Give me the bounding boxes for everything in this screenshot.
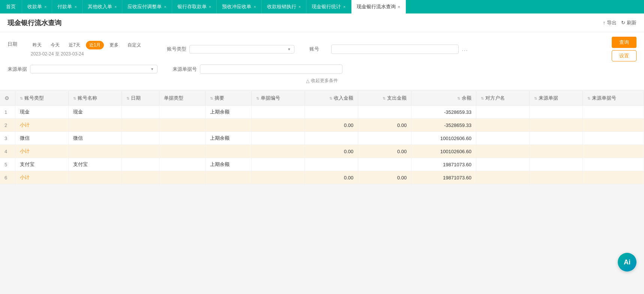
col-date[interactable]: ⇅日期 — [122, 91, 159, 106]
date-btn-more[interactable]: 更多 — [106, 41, 122, 49]
sort-icon: ⇅ — [329, 96, 332, 100]
settings-button[interactable]: 设置 — [612, 50, 636, 61]
filter-row-2: 来源单据 ▾ 来源单据号 — [8, 64, 636, 74]
source-doc-select[interactable]: ▾ — [30, 65, 158, 73]
export-label: 导出 — [607, 19, 617, 26]
top-nav: 首页 收款单 × 付款单 × 其他收入单 × 应收应付调整单 × 银行存取款单 … — [0, 0, 644, 13]
col-summary[interactable]: ⇅摘要 — [206, 91, 252, 106]
account-label: 账号 — [309, 46, 328, 52]
refresh-button[interactable]: ↻ 刷新 — [621, 19, 636, 26]
nav-tab-4[interactable]: 银行存取款单 × — [172, 0, 217, 13]
sort-icon: ⇅ — [534, 96, 537, 100]
nav-tab-6[interactable]: 收款核销执行 × — [262, 0, 306, 13]
table-row: 5支付宝支付宝上期余额19871073.60 — [0, 158, 644, 171]
date-options: 昨天 今天 近7天 近1月 更多 自定义 — [29, 41, 144, 49]
date-btn-yesterday[interactable]: 昨天 — [29, 41, 45, 49]
tab-label: 预收冲应收单 — [222, 3, 251, 10]
close-icon[interactable]: × — [74, 4, 77, 9]
col-account-type[interactable]: ⇅账号类型 — [15, 91, 68, 106]
source-doc-no-label: 来源单据号 — [173, 66, 197, 73]
tab-label: 现金银行统计 — [312, 3, 341, 10]
refresh-icon: ↻ — [621, 20, 625, 25]
nav-tab-2[interactable]: 其他收入单 × — [83, 0, 122, 13]
sort-icon: ⇅ — [383, 96, 386, 100]
account-input[interactable] — [331, 45, 459, 54]
tab-label: 应收应付调整单 — [128, 3, 162, 10]
date-btn-7days[interactable]: 近7天 — [65, 41, 84, 49]
nav-home[interactable]: 首页 — [0, 0, 22, 13]
close-icon[interactable]: × — [343, 4, 345, 9]
tab-label: 付款单 — [57, 3, 72, 10]
date-btn-custom[interactable]: 自定义 — [124, 41, 144, 49]
export-button[interactable]: ↑ 导出 — [603, 19, 617, 26]
table-row: 3微信微信上期余额100102606.60 — [0, 132, 644, 145]
nav-tab-3[interactable]: 应收应付调整单 × — [122, 0, 172, 13]
sort-icon: ⇅ — [457, 96, 460, 100]
col-account-name[interactable]: ⇅账号名称 — [68, 91, 122, 106]
account-filter: 账号 ... — [309, 45, 468, 54]
sort-icon: ⇅ — [210, 96, 213, 100]
col-income[interactable]: ⇅收入金额 — [305, 91, 358, 106]
collapse-label: 收起更多条件 — [311, 78, 338, 84]
home-label: 首页 — [6, 3, 16, 10]
header-actions: ↑ 导出 ↻ 刷新 — [603, 19, 637, 26]
date-btn-1month[interactable]: 近1月 — [86, 41, 104, 49]
dots-button[interactable]: ... — [462, 46, 468, 52]
sort-icon: ⇅ — [73, 96, 76, 100]
col-doc-type[interactable]: 单据类型 — [159, 91, 206, 106]
table-row: 6小计0.000.0019871073.60 — [0, 171, 644, 184]
col-gear[interactable]: ⚙ — [0, 91, 15, 106]
sort-icon: ⇅ — [481, 96, 484, 100]
nav-tab-8[interactable]: 现金银行流水查询 × — [351, 0, 406, 13]
right-buttons: 查询 设置 — [612, 37, 636, 61]
table-header-row: ⚙ ⇅账号类型 ⇅账号名称 ⇅日期 单据类型 ⇅摘要 ⇅单据编号 — [0, 91, 644, 106]
refresh-label: 刷新 — [627, 19, 636, 26]
col-source-doc[interactable]: ⇅来源单据 — [530, 91, 583, 106]
tab-label: 银行存取款单 — [177, 3, 207, 10]
date-btn-today[interactable]: 今天 — [47, 41, 63, 49]
nav-tab-1[interactable]: 付款单 × — [52, 0, 82, 13]
account-type-select[interactable]: ▾ — [189, 45, 294, 54]
close-icon[interactable]: × — [299, 4, 301, 9]
date-range-text: 2023-02-24 至 2023-03-24 — [31, 51, 144, 57]
nav-tab-7[interactable]: 现金银行统计 × — [306, 0, 351, 13]
tab-label: 现金银行流水查询 — [357, 3, 396, 10]
table-row: 1现金现金上期余额-3528659.33 — [0, 106, 644, 119]
query-button[interactable]: 查询 — [612, 37, 636, 48]
sort-icon: ⇅ — [126, 96, 129, 100]
close-icon[interactable]: × — [209, 4, 211, 9]
chevron-down-icon: ▾ — [151, 67, 153, 72]
close-icon[interactable]: × — [44, 4, 47, 9]
filter-row-1: 日期 昨天 今天 近7天 近1月 更多 自定义 2023-02-24 至 202… — [8, 37, 636, 61]
close-icon[interactable]: × — [164, 4, 166, 9]
col-doc-no[interactable]: ⇅单据编号 — [252, 91, 305, 106]
close-icon[interactable]: × — [398, 4, 400, 9]
chevron-down-icon: ▾ — [288, 47, 290, 52]
col-source-doc-no[interactable]: ⇅来源单据号 — [583, 91, 644, 106]
table-container: ⚙ ⇅账号类型 ⇅账号名称 ⇅日期 单据类型 ⇅摘要 ⇅单据编号 — [0, 91, 644, 184]
source-doc-filter: 来源单据 ▾ — [8, 65, 158, 73]
tab-label: 收款单 — [27, 3, 42, 10]
collapse-icon: △ — [306, 78, 309, 84]
table-row: 4小计0.000.00100102606.60 — [0, 145, 644, 158]
date-options-container: 昨天 今天 近7天 近1月 更多 自定义 2023-02-24 至 2023-0… — [29, 41, 144, 57]
nav-tab-5[interactable]: 预收冲应收单 × — [217, 0, 261, 13]
close-icon[interactable]: × — [254, 4, 256, 9]
date-label: 日期 — [8, 41, 26, 48]
date-filter-group: 日期 昨天 今天 近7天 近1月 更多 自定义 2023-02-24 至 202… — [8, 41, 144, 57]
page-title: 现金银行流水查询 — [8, 18, 62, 27]
col-counterpart[interactable]: ⇅对方户名 — [476, 91, 529, 106]
table-row: 2小计0.000.00-3528659.33 — [0, 119, 644, 132]
collapse-bar[interactable]: △ 收起更多条件 — [8, 76, 636, 85]
tab-label: 收款核销执行 — [267, 3, 296, 10]
data-table: ⚙ ⇅账号类型 ⇅账号名称 ⇅日期 单据类型 ⇅摘要 ⇅单据编号 — [0, 91, 644, 184]
tab-label: 其他收入单 — [88, 3, 112, 10]
page-header: 现金银行流水查询 ↑ 导出 ↻ 刷新 — [0, 13, 644, 32]
nav-tab-0[interactable]: 收款单 × — [22, 0, 52, 13]
account-type-label: 账号类型 — [167, 46, 186, 52]
gear-icon[interactable]: ⚙ — [5, 95, 9, 101]
close-icon[interactable]: × — [114, 4, 117, 9]
source-doc-no-input[interactable] — [200, 64, 342, 74]
col-balance[interactable]: ⇅余额 — [411, 91, 476, 106]
col-expense[interactable]: ⇅支出金额 — [358, 91, 411, 106]
